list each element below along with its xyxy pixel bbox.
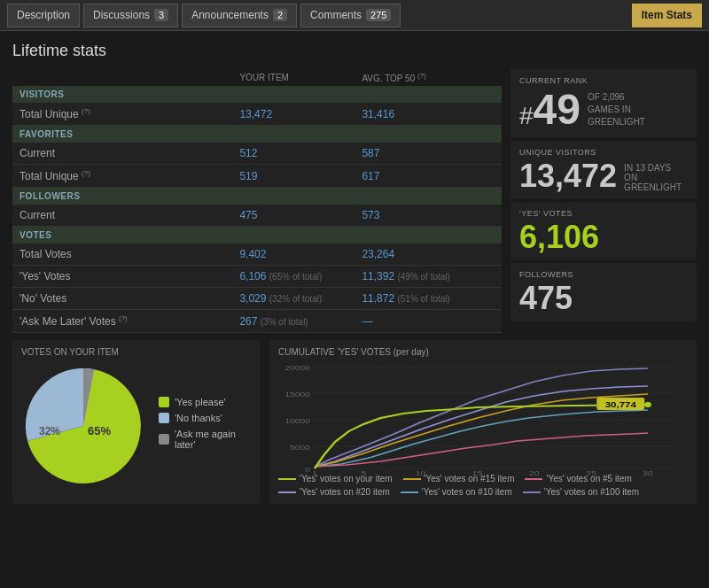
legend-item-later: 'Ask me again later' [159, 429, 252, 450]
visitors-card: UNIQUE VISITORS 13,472 IN 13 DAYS ON GRE… [510, 141, 697, 199]
section-visitors: VISITORS [12, 86, 502, 103]
svg-text:10: 10 [416, 469, 425, 477]
svg-text:65%: 65% [88, 424, 111, 437]
svg-text:30,774: 30,774 [605, 401, 637, 410]
main-content: Lifetime stats YOUR ITEM AVG. TOP 50 (?)… [0, 31, 709, 588]
section-favorites: FAVORITES [12, 126, 502, 143]
svg-text:0: 0 [305, 466, 310, 474]
svg-text:5000: 5000 [290, 444, 310, 452]
svg-text:32%: 32% [39, 425, 60, 437]
pie-section: VOTES ON YOUR ITEM [12, 340, 261, 504]
followers-card: FOLLOWERS 475 [510, 263, 697, 321]
svg-text:1: 1 [312, 469, 317, 477]
table-row: 'No' Votes 3,029 (32% of total) 11,872 (… [12, 288, 502, 310]
table-row: Current 512 587 [12, 143, 502, 165]
legend-color-later [159, 434, 169, 445]
col-your-item: YOUR ITEM [232, 69, 354, 86]
tab-description[interactable]: Description [7, 4, 80, 27]
svg-text:15: 15 [472, 469, 482, 477]
chart-legend-item-20: 'Yes' votes on #20 item [278, 487, 390, 497]
tab-discussions[interactable]: Discussions 3 [83, 4, 178, 27]
svg-text:15000: 15000 [284, 391, 310, 398]
tab-announcements[interactable]: Announcements 2 [182, 4, 297, 27]
svg-text:20: 20 [529, 469, 539, 477]
chart-line-20 [278, 491, 296, 493]
table-header-row: YOUR ITEM AVG. TOP 50 (?) [12, 69, 502, 86]
legend-item-yes: 'Yes please' [159, 397, 252, 407]
top-navigation: Description Discussions 3 Announcements … [0, 0, 709, 31]
table-row: 'Yes' Votes 6,106 (65% of total) 11,392 … [12, 266, 502, 288]
col-avg-top50: AVG. TOP 50 (?) [354, 69, 502, 86]
rank-card: CURRENT RANK #49 OF 2,096 GAMES IN GREEN… [510, 69, 697, 138]
table-row: Total Votes 9,402 23,264 [12, 244, 502, 266]
yes-votes-card: 'YES' VOTES 6,106 [510, 202, 697, 260]
svg-text:25: 25 [586, 469, 596, 477]
table-row: Current 475 573 [12, 205, 502, 227]
pie-legend: 'Yes please' 'No thanks' 'Ask me again l… [159, 397, 252, 455]
svg-text:5: 5 [361, 469, 366, 477]
section-votes: VOTES [12, 227, 502, 244]
svg-text:20000: 20000 [284, 364, 310, 372]
chart-line-your [278, 478, 296, 480]
lifetime-title: Lifetime stats [12, 42, 697, 60]
tab-comments[interactable]: Comments 275 [300, 4, 401, 27]
legend-item-no: 'No thanks' [159, 413, 252, 423]
chart-line-100 [523, 491, 541, 493]
stats-table: YOUR ITEM AVG. TOP 50 (?) VISITORS Total… [12, 69, 502, 333]
pie-chart: 65% 32% [21, 364, 145, 488]
legend-color-yes [159, 397, 169, 407]
table-row: 'Ask Me Later' Votes (?) 267 (3% of tota… [12, 310, 502, 333]
legend-color-no [159, 413, 169, 423]
rank-block: #49 OF 2,096 GAMES IN GREENLIGHT [519, 89, 688, 131]
chart-line-5 [525, 478, 542, 480]
chart-legend-item-100: 'Yes' votes on #100 item [523, 487, 639, 497]
content-row: YOUR ITEM AVG. TOP 50 (?) VISITORS Total… [12, 69, 697, 333]
table-row: Total Unique (?) 13,472 31,416 [12, 103, 502, 126]
svg-text:30: 30 [643, 469, 652, 477]
stats-right: CURRENT RANK #49 OF 2,096 GAMES IN GREEN… [510, 69, 697, 333]
table-row: Total Unique (?) 519 617 [12, 165, 502, 188]
pie-content: 65% 32% 'Yes please' 'No thanks' [21, 364, 252, 488]
bottom-row: VOTES ON YOUR ITEM [12, 340, 697, 504]
chart-line-10 [401, 491, 418, 493]
svg-point-19 [644, 402, 651, 407]
section-followers: FOLLOWERS [12, 188, 502, 205]
chart-section: CUMULATIVE 'YES' VOTES (per day) 20000 1… [269, 340, 697, 504]
tab-item-stats[interactable]: Item Stats [632, 4, 702, 27]
chart-line-15 [403, 478, 421, 480]
svg-text:10000: 10000 [284, 417, 310, 425]
stats-left: YOUR ITEM AVG. TOP 50 (?) VISITORS Total… [12, 69, 502, 333]
chart-legend-item-10: 'Yes' votes on #10 item [401, 487, 512, 497]
chart-area: 20000 15000 10000 5000 0 1 5 10 15 20 25… [278, 362, 688, 468]
